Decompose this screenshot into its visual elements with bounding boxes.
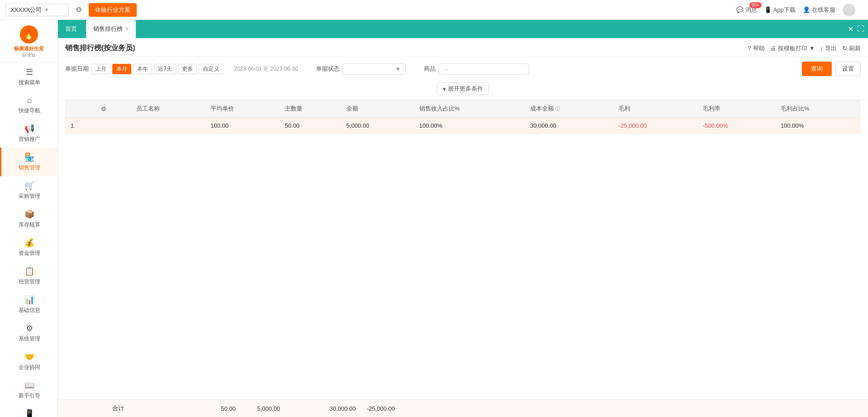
query-button[interactable]: 查询 [802, 62, 832, 76]
logo-text: 畅康通好生意 [14, 45, 44, 52]
print-button[interactable]: 🖨 按模板打印 ▼ [770, 44, 815, 53]
cell-gross-pct: 100.00% [775, 118, 861, 134]
sidebar-item-system[interactable]: ⚙ 系统管理 [0, 319, 58, 347]
expand-conditions-button[interactable]: ▾ 展开更多条件 [437, 82, 489, 95]
app-download-button[interactable]: 📱 App下载 [764, 6, 796, 14]
col-name: 员工名称 [131, 100, 205, 118]
tab-bar: 首页 销售排行榜 × ✕ ⛶ [58, 20, 868, 38]
tab-close-window-icon[interactable]: ✕ [848, 25, 854, 34]
sidebar-item-label: 资金管理 [19, 249, 40, 257]
sidebar-item-inventory[interactable]: 📦 库存核算 [0, 205, 58, 233]
status-filter-group: 单据状态 ▼ [316, 63, 406, 75]
filter-second-row: ▾ 展开更多条件 [65, 79, 861, 95]
date-range-display: 2023-06-01 至 2023-06-30 [234, 65, 298, 73]
status-select[interactable]: ▼ [342, 63, 406, 75]
sidebar-item-label: 营销推广 [19, 135, 40, 143]
col-gross-rate: 毛利率 [697, 100, 775, 118]
col-rank [65, 100, 96, 118]
col-quantity: 主数量 [279, 100, 341, 118]
app-icon: 📱 [764, 6, 772, 13]
footer-gross: -25,000.00 [361, 405, 400, 412]
sidebar-item-sales[interactable]: 🏪 销售管理 [0, 148, 58, 176]
date-btn-more[interactable]: 更多 [178, 64, 197, 74]
settings-icon[interactable]: ⚙ [72, 4, 85, 16]
status-chevron-icon: ▼ [395, 66, 401, 72]
export-button[interactable]: ↓ 导出 [820, 44, 837, 53]
sidebar-logo: 🔥 畅康通好生意 标准版 [0, 20, 58, 62]
filter-settings-button[interactable]: 设置 [835, 62, 861, 76]
message-icon: 💬 [736, 6, 743, 13]
sidebar-item-shortcuts[interactable]: ⌂ 快捷导航 [0, 91, 58, 119]
help-button[interactable]: ? 帮助 [748, 44, 764, 53]
online-service-button[interactable]: 👤 在线客服 [803, 6, 835, 14]
date-shortcuts: 上月 本月 本年 近7天 更多 自定义 [91, 64, 223, 74]
search-icon: ☰ [26, 67, 33, 77]
tab-maximize-icon[interactable]: ⛶ [857, 25, 864, 33]
refresh-button[interactable]: ↻ 刷新 [842, 44, 861, 53]
sidebar-item-label: 快捷导航 [19, 107, 40, 115]
col-gear[interactable]: ⚙ [96, 100, 131, 118]
footer-total: 5,000.00 [252, 405, 288, 412]
sidebar-item-apps[interactable]: 📱 应用中心 [0, 404, 58, 417]
footer-quantity: 50.00 [216, 405, 252, 412]
date-filter-label: 单据日期 [65, 65, 89, 73]
tab-bar-right: ✕ ⛶ [848, 25, 868, 34]
sidebar-item-marketing[interactable]: 📢 营销推广 [0, 119, 58, 148]
export-icon: ↓ [820, 45, 824, 52]
cell-gear [96, 118, 131, 134]
print-icon: 🖨 [770, 45, 776, 52]
goods-input[interactable]: ··· [438, 63, 529, 75]
col-gross: 毛利 [613, 100, 697, 118]
service-icon: 👤 [803, 6, 810, 13]
main-layout: 🔥 畅康通好生意 标准版 ☰ 搜索菜单 ⌂ 快捷导航 📢 营销推广 🏪 销售管理… [0, 20, 868, 417]
col-total: 全额 [341, 100, 414, 118]
message-badge: 99+ [749, 2, 762, 8]
sidebar-item-search[interactable]: ☰ 搜索菜单 [0, 62, 58, 91]
chevron-down-icon: ▼ [44, 7, 49, 12]
sidebar-item-label: 销售管理 [19, 164, 40, 172]
avatar[interactable] [843, 4, 855, 16]
sidebar-item-purchase[interactable]: 🛒 采购管理 [0, 176, 58, 205]
message-button[interactable]: 💬 消息 99+ [736, 6, 757, 14]
date-btn-this-year[interactable]: 本年 [133, 64, 152, 74]
sidebar-item-label: 企业协同 [19, 364, 40, 371]
col-avg-price: 平均单价 [205, 100, 279, 118]
cell-cost: 30,000.00 [525, 118, 614, 134]
cell-quantity: 50.00 [279, 118, 341, 134]
tab-close-icon[interactable]: × [125, 26, 129, 32]
marketing-icon: 📢 [24, 124, 34, 134]
help-icon: ? [748, 45, 751, 52]
inventory-icon: 📦 [24, 209, 34, 219]
date-btn-this-month[interactable]: 本月 [112, 64, 131, 74]
date-btn-last-month[interactable]: 上月 [91, 64, 110, 74]
footer-total-label: 合计 [107, 404, 143, 412]
sidebar-item-finance[interactable]: 💰 资金管理 [0, 233, 58, 262]
sidebar-item-basic[interactable]: 📊 基础信息 [0, 290, 58, 319]
sidebar-item-label: 新手引导 [19, 392, 40, 400]
table-container: ⚙ 员工名称 平均单价 主数量 全额 销售收入占比% 成本全额 ⓘ 毛利 毛利率… [58, 100, 868, 399]
expand-icon: ▾ [443, 86, 446, 92]
col-sales-pct: 销售收入占比% [414, 100, 525, 118]
date-btn-custom[interactable]: 自定义 [199, 64, 223, 74]
data-table: ⚙ 员工名称 平均单价 主数量 全额 销售收入占比% 成本全额 ⓘ 毛利 毛利率… [65, 100, 861, 134]
tab-sales-ranking[interactable]: 销售排行榜 × [86, 20, 136, 38]
col-gross-pct: 毛利占比% [775, 100, 861, 118]
date-btn-7days[interactable]: 近7天 [154, 64, 176, 74]
cell-name [131, 118, 205, 134]
top-bar: XXXXX公司 ▼ ⚙ 体验行业方案 💬 消息 99+ 📱 App下载 👤 在线… [0, 0, 868, 20]
table-footer: 合计 50.00 5,000.00 30,000.00 -25,000.00 [58, 399, 868, 417]
col-cost: 成本全额 ⓘ [525, 100, 614, 118]
filter-row: 单据日期 上月 本月 本年 近7天 更多 自定义 2023-06-01 至 20… [65, 62, 861, 76]
company-selector[interactable]: XXXXX公司 ▼ [5, 4, 69, 16]
logo-sub: 标准版 [22, 52, 36, 58]
sidebar-item-operations[interactable]: 📋 经营管理 [0, 262, 58, 290]
tab-label: 销售排行榜 [93, 25, 123, 33]
apps-icon: 📱 [24, 409, 34, 417]
sidebar-item-guide[interactable]: 📖 新手引导 [0, 376, 58, 404]
page-header: 销售排行榜(按业务员) ? 帮助 🖨 按模板打印 ▼ ↓ 导出 ↻ 刷新 [58, 38, 868, 57]
sidebar-item-collab[interactable]: 🤝 企业协同 [0, 347, 58, 376]
tab-home[interactable]: 首页 [58, 20, 84, 38]
trial-button[interactable]: 体验行业方案 [89, 3, 137, 17]
cell-sales-pct: 100.00% [414, 118, 525, 134]
sidebar-item-label: 基础信息 [19, 307, 40, 314]
